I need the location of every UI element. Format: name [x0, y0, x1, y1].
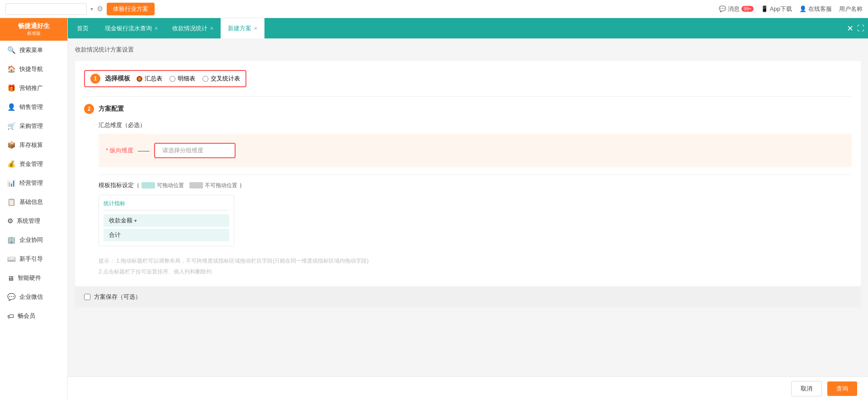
save-option-section: 方案保存（可选）: [75, 287, 861, 307]
radio-detail[interactable]: 明细表: [170, 75, 195, 83]
money-icon: 💰: [7, 160, 16, 168]
tips-section: 提示： 1.拖动标题栏可以调整布局，不可跨维度或指标区域拖动栏目字段(只能在同一…: [99, 255, 852, 277]
metric-tag-amount[interactable]: 收款金额 ▾: [104, 214, 229, 227]
fixed-legend-dot: [189, 182, 203, 188]
step2-circle: 2: [84, 104, 94, 114]
notification-badge: 99+: [741, 6, 754, 12]
radio-summary[interactable]: 汇总表: [137, 75, 162, 83]
service-icon: 👤: [799, 5, 807, 12]
template-radio-group: 汇总表 明细表 交叉统计表: [137, 75, 240, 83]
sidebar-logo: 畅捷通好生 标准版: [0, 18, 67, 41]
gift-icon: 🎁: [7, 84, 16, 92]
tab-close-receipts[interactable]: ×: [210, 25, 213, 32]
arrow-separator: ——: [138, 147, 150, 154]
tab-home[interactable]: 首页: [68, 18, 98, 38]
sidebar-item-quicknav[interactable]: 🏠 快捷导航: [0, 60, 67, 79]
chevron-down-icon: ▾: [134, 218, 137, 224]
tab-bar: 首页 现金银行流水查询 × 收款情况统计 × 新建方案 × ✕ ⛶: [68, 18, 868, 38]
gear-icon: ⚙: [7, 217, 13, 225]
message-icon: 💬: [719, 5, 726, 12]
bottom-bar: 取消 查询: [68, 376, 868, 400]
book-icon: 📖: [7, 255, 16, 263]
sidebar-item-operations[interactable]: 📊 经营管理: [0, 174, 67, 193]
metric-section-label: 统计指标: [104, 200, 229, 211]
sidebar-item-system[interactable]: ⚙ 系统管理: [0, 212, 67, 231]
row-dimension-label: * 纵向维度: [106, 146, 133, 155]
sidebar-item-search[interactable]: 🔍 搜索菜单: [0, 41, 67, 60]
enterprise-icon: 🏢: [7, 236, 16, 244]
step1-circle: 1: [90, 74, 100, 84]
sidebar-item-beginner[interactable]: 📖 新手引导: [0, 249, 67, 268]
sidebar-item-member[interactable]: 🏷 畅会员: [0, 306, 67, 325]
search-icon: 🔍: [7, 46, 16, 54]
sidebar-item-basic-info[interactable]: 📋 基础信息: [0, 193, 67, 212]
main-card: 1 选择模板 汇总表 明细表: [75, 61, 861, 286]
breadcrumb: 收款情况统计方案设置: [75, 46, 861, 54]
fixed-legend-label: 不可拖动位置: [205, 182, 237, 189]
hardware-icon: 🖥: [7, 274, 14, 282]
wechat-icon: 💬: [7, 293, 16, 301]
download-icon: 📱: [761, 5, 768, 12]
app-download-item[interactable]: 📱 App下载: [761, 5, 792, 13]
dimension-box: * 纵向维度 —— 请选择分组维度: [99, 134, 852, 167]
step1-label: 选择模板: [105, 75, 130, 83]
metric-table-area: 统计指标 收款金额 ▾ 合计: [99, 195, 234, 246]
divider-2: [99, 174, 852, 175]
online-service-item[interactable]: 👤 在线客服: [799, 5, 832, 13]
settings-icon[interactable]: ⚙: [97, 5, 103, 13]
chart-icon: 📊: [7, 179, 16, 187]
radio-cross[interactable]: 交叉统计表: [203, 75, 240, 83]
tab-close-cashflow[interactable]: ×: [155, 25, 158, 32]
dimension-select[interactable]: 请选择分组维度: [154, 143, 236, 158]
save-label[interactable]: 方案保存（可选）: [94, 293, 141, 301]
sidebar-item-purchase[interactable]: 🛒 采购管理: [0, 117, 67, 136]
query-button[interactable]: 查询: [827, 381, 857, 396]
step2-label: 方案配置: [99, 105, 124, 113]
cancel-button[interactable]: 取消: [791, 381, 822, 396]
dimension-section-label: 汇总维度（必选）: [99, 121, 852, 129]
sidebar-item-inventory[interactable]: 📦 库存核算: [0, 136, 67, 155]
sidebar-item-enterprise-collab[interactable]: 🏢 企业协同: [0, 231, 67, 249]
user-icon: 👤: [7, 103, 16, 111]
tab-close-new-plan[interactable]: ×: [254, 25, 257, 32]
page-content: 收款情况统计方案设置 1 选择模板 汇总表: [68, 38, 868, 376]
home-icon: 🏠: [7, 65, 16, 73]
sidebar-item-hardware[interactable]: 🖥 智能硬件: [0, 268, 67, 287]
box-icon: 📦: [7, 141, 16, 149]
tag-icon: 🏷: [7, 312, 14, 320]
sidebar-item-wechat[interactable]: 💬 企业微信: [0, 287, 67, 306]
cart-icon: 🛒: [7, 122, 16, 130]
notification-item[interactable]: 💬 消息 99+: [719, 5, 754, 13]
sidebar-item-sales[interactable]: 👤 销售管理: [0, 98, 67, 117]
save-checkbox[interactable]: [84, 294, 90, 300]
divider-1: [84, 96, 852, 97]
search-input[interactable]: [5, 3, 87, 15]
tab-close-all-icon[interactable]: ✕: [847, 24, 854, 33]
metric-total-row: 合计: [104, 229, 229, 241]
username-display: 用户名称: [839, 5, 863, 13]
dropdown-arrow-icon[interactable]: ▾: [90, 6, 93, 12]
tab-expand-icon[interactable]: ⛶: [857, 24, 864, 33]
tab-receipts[interactable]: 收款情况统计 ×: [165, 18, 221, 38]
metric-settings-header: 模板指标设定（ 可拖动位置 不可拖动位置 ）: [99, 181, 852, 189]
sidebar-item-finance[interactable]: 💰 资金管理: [0, 155, 67, 174]
draggable-legend-dot: [142, 182, 155, 188]
sidebar-item-marketing[interactable]: 🎁 营销推广: [0, 79, 67, 98]
industry-solution-button[interactable]: 体验行业方案: [107, 3, 155, 15]
tab-new-plan[interactable]: 新建方案 ×: [221, 18, 264, 38]
info-icon: 📋: [7, 198, 16, 206]
draggable-legend-label: 可拖动位置: [157, 182, 184, 189]
tab-cashflow[interactable]: 现金银行流水查询 ×: [98, 18, 165, 38]
